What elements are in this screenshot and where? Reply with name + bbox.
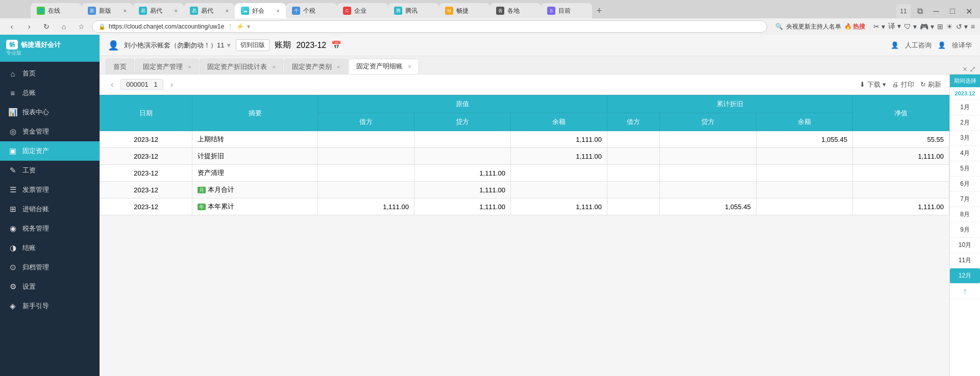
minimize-window-icon[interactable]: ─ [929,4,943,18]
page-tab-detail[interactable]: 固定资产明细账 × [349,59,419,74]
period-month-item[interactable]: 3月 [950,131,980,146]
sidebar-item-new-guide[interactable]: ◈ 新手引导 [0,296,100,316]
tab-close-yidai2[interactable]: × [226,8,229,14]
sidebar-item-settings[interactable]: ⚙ 设置 [0,277,100,296]
address-dropdown-icon[interactable]: ▾ [247,23,250,30]
period-month-item[interactable]: 1月 [950,100,980,115]
cell-orig-credit [414,131,510,148]
scissors-icon[interactable]: ✂ ▾ [873,22,885,31]
sidebar: 畅 畅捷通好会计 专业版 ⌂ 首页 ≡ 总账 📊 报表中心 ◎ 资金管理 [0,35,100,376]
sidebar-item-tax-mgmt[interactable]: ◉ 税务管理 [0,219,100,238]
home-button[interactable]: ⌂ [57,20,70,33]
restore-window-icon[interactable]: ⧉ [913,4,927,18]
sidebar-item-purchase-sales[interactable]: ⊞ 进销台账 [0,199,100,219]
sidebar-edition: 专业版 [6,49,21,57]
tab-close-new[interactable]: × [124,8,127,14]
period-month-item[interactable]: 8月 [950,207,980,222]
browser-tab-yidai1[interactable]: 易 易代 × [133,3,184,18]
refresh-button[interactable]: ↻ 刷新 [920,80,941,89]
address-input[interactable]: 🔒 https://cloud.chanjet.com/accounting/u… [92,20,767,33]
maximize-window-icon[interactable]: □ [945,4,960,18]
translate-icon[interactable]: 译 ▾ [888,22,901,31]
tab-icon-geshui: 个 [292,7,300,15]
reload-button[interactable]: ↻ [40,20,53,33]
sidebar-item-general-ledger[interactable]: ≡ 总账 [0,83,100,103]
menu-icon[interactable]: ≡ [971,22,975,31]
page-tab-category-close[interactable]: × [337,64,340,70]
ledger-table: 日期 摘要 原值 累计折旧 净值 借方 贷方 余额 借方 [100,95,949,215]
tab-close-haohui[interactable]: × [277,8,280,14]
undo-icon[interactable]: ↺ ▾ [956,22,968,31]
sidebar-item-payroll[interactable]: ✎ 工资 [0,161,100,180]
browser-tab-new[interactable]: 新 新版 × [82,3,133,18]
period-month-item[interactable]: 11月 [950,253,980,268]
page-tab-fixed-asset-mgmt-close[interactable]: × [188,64,191,70]
grid-icon[interactable]: ⊞ [937,22,943,31]
tab-close-yidai1[interactable]: × [175,8,178,14]
page-tab-depreciation[interactable]: 固定资产折旧统计表 × [200,59,283,74]
shield-icon[interactable]: 🛡 ▾ [904,22,917,31]
sidebar-item-report-center[interactable]: 📊 报表中心 [0,103,100,122]
sidebar-item-fund-mgmt[interactable]: ◎ 资金管理 [0,122,100,141]
browser-tab-yidai2[interactable]: 易 易代 × [184,3,235,18]
browser-tab-haohui[interactable]: ☁ 好会 × [235,3,286,18]
back-button[interactable]: ‹ [5,20,18,33]
browser-tab-online[interactable]: 🌐 在线 [31,3,82,18]
page-tab-category[interactable]: 固定资产类别 × [284,59,348,74]
nav-next-button[interactable]: › [167,79,176,90]
sidebar-item-invoice-mgmt[interactable]: ☰ 发票管理 [0,180,100,199]
close-window-icon[interactable]: ✕ [962,4,976,18]
page-tab-depreciation-close[interactable]: × [272,64,275,70]
new-tab-button[interactable]: + [592,3,606,18]
browser-tab-changjie[interactable]: M 畅捷 [439,3,490,18]
invoice-icon: ☰ [8,185,17,194]
period-month-item[interactable]: 10月 [950,238,980,253]
scroll-up-button[interactable]: ↑ [950,284,980,299]
content-area: ‹ 000001 1 › ⬇ 下载 ▾ 🖨 [100,74,980,376]
sidebar-item-home[interactable]: ⌂ 首页 [0,64,100,83]
browser-tab-tencent[interactable]: 腾 腾讯 [388,3,439,18]
calendar-icon[interactable]: 📅 [331,40,341,50]
browser-tab-muqian[interactable]: S 目前 [541,3,592,18]
app-container: 畅 畅捷通好会计 专业版 ⌂ 首页 ≡ 总账 📊 报表中心 ◎ 资金管理 [0,35,980,376]
tab-label-changjie: 畅捷 [456,7,469,15]
sidebar-label-invoice-mgmt: 发票管理 [22,185,49,194]
period-month-item[interactable]: 9月 [950,222,980,238]
nav-prev-button[interactable]: ‹ [108,79,116,90]
print-button[interactable]: 🖨 打印 [892,80,914,89]
game-icon[interactable]: 🎮 ▾ [920,22,934,31]
download-dropdown-icon[interactable]: ▾ [883,81,886,88]
download-button[interactable]: ⬇ 下载 ▾ [860,80,886,89]
download-icon: ⬇ [860,81,865,88]
period-month-item[interactable]: 2月 [950,115,980,131]
page-tab-fixed-asset-mgmt[interactable]: 固定资产管理 × [135,59,199,74]
company-selector[interactable]: 刘小艳演示账套（勿删勿动！）11 ▾ [124,41,231,50]
sidebar-header: 畅 畅捷通好会计 专业版 [0,35,100,62]
user-name[interactable]: 徐译华 [952,41,972,50]
sidebar-item-checkout[interactable]: ◑ 结账 [0,238,100,258]
human-service-label[interactable]: 人工咨询 [905,41,932,50]
bookmark-button[interactable]: ☆ [75,20,88,33]
cell-accum-credit [659,182,756,198]
tab-label-new: 新版 [99,7,111,15]
sidebar-item-archive-mgmt[interactable]: ⊙ 归档管理 [0,258,100,277]
period-month-item[interactable]: 7月 [950,192,980,207]
forward-button[interactable]: › [22,20,36,33]
browser-tab-geshui[interactable]: 个 个税 [286,3,337,18]
page-tab-detail-close[interactable]: × [408,63,411,69]
period-month-item[interactable]: 12月 [950,268,980,284]
browser-tab-gedi[interactable]: 各 各地 [490,3,541,18]
company-dropdown-icon[interactable]: ▾ [227,41,231,49]
browser-tab-qiye[interactable]: C 企业 [337,3,388,18]
table-row: 2023-12 月本月合计 1,111.00 [100,182,949,198]
period-month-item[interactable]: 5月 [950,161,980,177]
period-month-item[interactable]: 4月 [950,146,980,161]
period-month-item[interactable]: 6月 [950,177,980,192]
fullscreen-icon[interactable]: ⤢ [969,64,976,74]
sidebar-item-fixed-assets[interactable]: ▣ 固定资产 [0,141,100,161]
period-switch-button[interactable]: 切到旧版 [236,39,270,51]
brightness-icon[interactable]: ☀ [946,22,953,31]
period-year-label: 2023.12 [950,87,980,100]
minimize-panel-icon[interactable]: × [963,65,967,74]
page-tab-home[interactable]: 首页 [106,59,134,74]
